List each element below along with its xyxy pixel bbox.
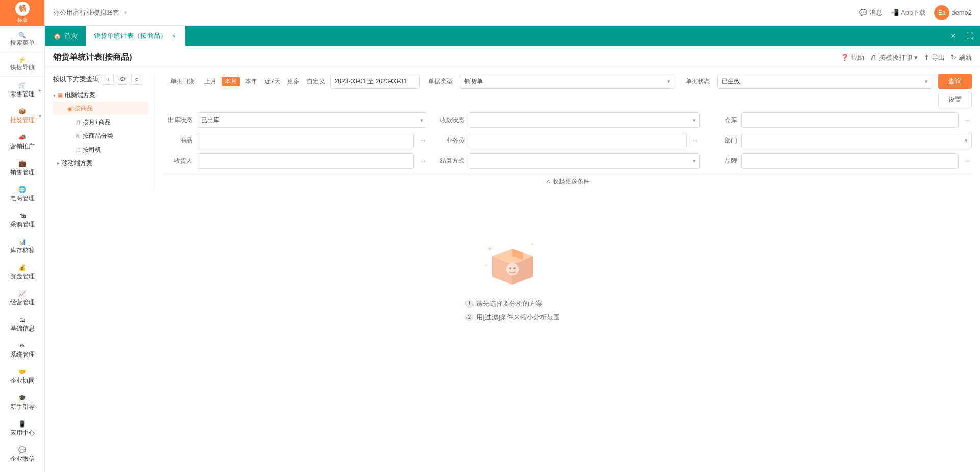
- sidebar-item-guide[interactable]: 🎓 新手引导: [0, 389, 44, 415]
- filter-row-out-status: 出库状态 已出库 收款状态: [163, 112, 972, 128]
- scheme-collapse-button[interactable]: «: [131, 74, 142, 85]
- brand-input[interactable]: [741, 153, 959, 169]
- sidebar-item-sales[interactable]: 💼 销售管理: [0, 155, 44, 181]
- sidebar-ecommerce-label: 电商管理: [10, 194, 35, 203]
- doc-type-select[interactable]: 销货单: [460, 74, 675, 89]
- shortcut-more[interactable]: 更多: [285, 76, 302, 87]
- sidebar-item-marketing[interactable]: 📣 营销推广: [0, 129, 44, 155]
- payment-select[interactable]: [469, 153, 699, 169]
- filter-cell-receiver: 收货人 ···: [163, 153, 427, 169]
- empty-tips: 1 请先选择要分析的方案 2 用[过滤]条件来缩小分析范围: [465, 297, 559, 324]
- sidebar-item-inventory[interactable]: 📊 库存核算: [0, 233, 44, 259]
- shortcut-last-7days[interactable]: 近7天: [262, 76, 282, 87]
- empty-tip-2: 2 用[过滤]条件来缩小分析范围: [465, 311, 559, 324]
- receiver-input[interactable]: [197, 153, 414, 169]
- sidebar-item-purchase[interactable]: 🛍 采购管理: [0, 207, 44, 233]
- inventory-icon: 📊: [18, 238, 26, 245]
- sidebar-item-ecommerce[interactable]: 🌐 电商管理: [0, 181, 44, 207]
- sidebar-wechat-label: 企业微信: [10, 455, 35, 463]
- warehouse-input[interactable]: [741, 112, 959, 128]
- sidebar-item-retail[interactable]: 🛒 零售管理 ▸: [0, 77, 44, 103]
- shortcut-last-month[interactable]: 上月: [202, 76, 218, 87]
- dept-select[interactable]: [741, 133, 972, 148]
- date-label: 单据日期: [163, 77, 199, 86]
- top-bar-left: 办公用品行业模拟账套 ▾: [53, 8, 127, 17]
- scheme-add-button[interactable]: +: [103, 74, 114, 85]
- marketing-icon: 📣: [18, 134, 26, 141]
- sidebar-item-wechat[interactable]: 💬 企业微信: [0, 441, 44, 467]
- collapse-bar[interactable]: ∧ 收起更多条件: [163, 174, 972, 189]
- refresh-icon: ↻: [951, 54, 957, 61]
- template-print-button[interactable]: 🖨 按模板打印 ▾: [870, 53, 918, 62]
- doc-status-label: 单据状态: [678, 77, 714, 86]
- sidebar-item-wholesale[interactable]: 📦 批发管理 ▾: [0, 103, 44, 129]
- scheme-item-by-goods[interactable]: ◉ 按商品: [53, 102, 149, 115]
- month-goods-icon: 月: [76, 119, 81, 126]
- scheme-settings-button[interactable]: ⚙: [117, 74, 128, 85]
- salesman-input[interactable]: [469, 133, 686, 148]
- scheme-group-mobile[interactable]: ▸ 移动端方案: [53, 157, 149, 170]
- query-button[interactable]: 查询: [938, 74, 972, 89]
- shortcut-this-month[interactable]: 本月: [222, 77, 240, 86]
- receiver-dots-icon[interactable]: ···: [418, 157, 427, 164]
- mobile-group-icon: ▸: [57, 160, 60, 166]
- sidebar-finance-label: 资金管理: [10, 272, 35, 281]
- logo-area[interactable]: 畅 标版: [0, 0, 44, 26]
- filter-layout: 按以下方案查询 + ⚙ « ▾ ▣ 电脑端方案: [53, 74, 972, 189]
- tab-home-label: 首页: [64, 31, 78, 40]
- group-desktop-label: 电脑端方案: [65, 91, 95, 100]
- scheme-item-by-scanner[interactable]: 扫 按司机: [53, 143, 149, 157]
- brand-dots-icon[interactable]: ···: [963, 157, 972, 164]
- messages-button[interactable]: 💬 消息: [859, 8, 883, 17]
- filter-cell-warehouse: 仓库 ···: [708, 112, 972, 128]
- tab-expand-icon[interactable]: ⛶: [964, 30, 976, 42]
- sidebar-item-system[interactable]: ⚙ 系统管理: [0, 337, 44, 363]
- filter-cell-receipt-status: 收款状态: [435, 112, 699, 128]
- scheme-item-by-month-goods[interactable]: 月 按月+商品: [53, 115, 149, 129]
- user-avatar-area[interactable]: Ea demo2: [934, 5, 972, 20]
- goods-input[interactable]: [197, 133, 414, 148]
- salesman-dots-icon[interactable]: ···: [691, 137, 700, 144]
- sidebar-item-operations[interactable]: 📈 经营管理: [0, 285, 44, 311]
- page-actions: ❓ 帮助 🖨 按模板打印 ▾ ⬆ 导出 ↻ 刷新: [841, 53, 972, 62]
- app-download-button[interactable]: 📲 App下载: [891, 8, 926, 17]
- receipt-status-select[interactable]: [469, 112, 699, 128]
- sidebar-item-enterprise[interactable]: 🤝 企业协同: [0, 363, 44, 389]
- sidebar-item-basic[interactable]: 🗂 基础信息: [0, 311, 44, 337]
- sidebar-item-finance[interactable]: 💰 资金管理: [0, 259, 44, 285]
- date-shortcuts: 上月 本月 本年 近7天 更多 自定义: [202, 76, 327, 87]
- export-label: 导出: [932, 53, 945, 62]
- dept-select-wrapper: [741, 133, 972, 148]
- by-scanner-label: 按司机: [83, 146, 101, 154]
- tab-active[interactable]: 销货单统计表（按商品） ×: [86, 26, 185, 46]
- sidebar-item-app-center[interactable]: 📱 应用中心: [0, 415, 44, 441]
- sidebar-quick-nav[interactable]: ⚡ 快捷导航: [0, 52, 44, 77]
- scheme-item-by-goods-category[interactable]: 图 按商品分类: [53, 129, 149, 143]
- warehouse-dots-icon[interactable]: ···: [963, 116, 972, 124]
- out-status-select[interactable]: 已出库: [197, 112, 427, 128]
- sidebar-item-vip[interactable]: 👑 畅会员: [0, 467, 44, 472]
- doc-status-select[interactable]: 已生效: [717, 74, 932, 89]
- export-button[interactable]: ⬆ 导出: [924, 53, 945, 62]
- date-range-input[interactable]: [330, 74, 420, 89]
- tab-home[interactable]: 🏠 首页: [45, 26, 86, 46]
- doc-status-select-wrapper: 已生效: [717, 74, 932, 89]
- home-icon: 🏠: [53, 32, 61, 40]
- tip1-num: 1: [465, 300, 473, 308]
- refresh-button[interactable]: ↻ 刷新: [951, 53, 972, 62]
- help-button[interactable]: ❓ 帮助: [841, 53, 864, 62]
- sidebar-enterprise-label: 企业协同: [10, 376, 35, 385]
- shortcut-custom[interactable]: 自定义: [305, 76, 327, 87]
- scheme-group-desktop[interactable]: ▾ ▣ 电脑端方案: [53, 89, 149, 102]
- filter-row-goods: 商品 ··· 业务员 ···: [163, 133, 972, 148]
- shortcut-this-year[interactable]: 本年: [243, 76, 259, 87]
- filter-area: 按以下方案查询 + ⚙ « ▾ ▣ 电脑端方案: [45, 67, 980, 195]
- tab-close-button[interactable]: ×: [170, 32, 177, 39]
- settings-button[interactable]: 设置: [938, 92, 972, 107]
- tab-close-all-icon[interactable]: ✕: [947, 30, 960, 42]
- goods-cat-icon: 图: [76, 133, 81, 140]
- message-icon: 💬: [859, 9, 867, 16]
- scheme-header: 按以下方案查询 + ⚙ «: [53, 74, 149, 85]
- goods-dots-icon[interactable]: ···: [418, 137, 427, 144]
- sidebar-search[interactable]: 🔍 搜索菜单: [0, 28, 44, 52]
